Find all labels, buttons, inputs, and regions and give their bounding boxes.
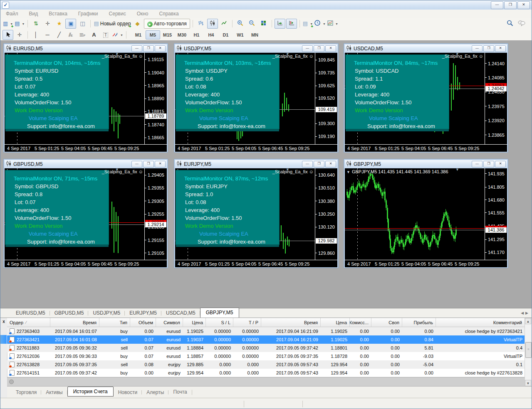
chart-close-button[interactable]: ✕ (325, 161, 336, 168)
timeframe-w1[interactable]: W1 (233, 30, 247, 39)
column-header[interactable]: Объем (130, 318, 156, 327)
equidistant-channel-button[interactable]: ⫽E (65, 30, 76, 40)
terminal-tab[interactable]: Алерты (142, 387, 168, 397)
chart-close-button[interactable]: ✕ (325, 45, 336, 52)
chart-tab-gbpusd[interactable]: GBPUSD,M5 (50, 309, 89, 318)
terminal-panel-button[interactable]: ▣ (65, 19, 76, 29)
bar-chart-button[interactable] (195, 19, 206, 29)
chart-window-titlebar[interactable]: GBPUSD,M5—❐✕ (5, 160, 167, 168)
table-row[interactable]: 2276118832017.09.05 09:36:32sell0.07euru… (7, 344, 525, 352)
timeframe-d1[interactable]: D1 (218, 30, 233, 39)
column-header[interactable]: Тип (99, 318, 130, 327)
column-header[interactable]: T / P (233, 318, 261, 327)
price-scale[interactable]: 1.294051.293551.293051.292551.292051.291… (144, 168, 167, 260)
chart-window-usdcad[interactable]: USDCAD,M5—❐✕TerminalMonitor ON, 84ms, ~1… (344, 44, 508, 152)
chart-plot[interactable]: TerminalMonitor ON, 71ms, ~15msSymbol: G… (5, 168, 144, 259)
chart-close-button[interactable]: ✕ (495, 161, 506, 168)
scroll-up-icon[interactable]: ▲ (525, 318, 531, 324)
chart-minimize-button[interactable]: — (302, 45, 313, 52)
menu-item[interactable]: Сервис (104, 10, 131, 17)
chart-window-usdjpy[interactable]: USDJPY,M5—❐✕TerminalMonitor ON, 103ms, ~… (174, 44, 338, 152)
periods-button[interactable]: ▼ (314, 19, 326, 29)
new-chart-button[interactable]: ▥+▼ (2, 19, 13, 29)
timeframe-m5[interactable]: M5 (146, 30, 160, 39)
chart-window-titlebar[interactable]: EURUSD,M5—❐✕ (5, 44, 167, 53)
market-watch-button[interactable]: ⇅ (30, 19, 41, 29)
timeframe-m15[interactable]: M15 (160, 30, 175, 39)
indicators-button[interactable]: ▤+▼ (302, 19, 313, 29)
chart-minimize-button[interactable]: — (472, 161, 483, 168)
time-axis[interactable]: 4 Sep 20175 Sep 01:255 Sep 04:055 Sep 06… (175, 144, 337, 152)
chart-minimize-button[interactable]: — (472, 45, 483, 52)
chart-window-gbpjpy[interactable]: GBPJPY,M5—❐✕▼GBPJPY,M5 141.435 141.445 1… (344, 159, 508, 268)
chart-window-titlebar[interactable]: EURJPY,M5—❐✕ (175, 160, 337, 168)
crosshair-tool-button[interactable]: ✛ (14, 30, 25, 40)
table-row[interactable]: 2273634212017.09.04 16:01:08sell0.07euru… (7, 335, 525, 344)
scrollbar-thumb[interactable]: ≡ (525, 342, 532, 358)
chart-window-titlebar[interactable]: GBPJPY,M5—❐✕ (345, 160, 507, 168)
chart-minimize-button[interactable]: — (131, 45, 142, 52)
column-header[interactable]: Своп (371, 318, 402, 327)
column-header[interactable]: Время (261, 318, 321, 327)
fibonacci-button[interactable]: ≣F (77, 30, 88, 40)
auto-scroll-button[interactable] (275, 19, 285, 29)
terminal-tab[interactable]: История Счета (67, 387, 114, 397)
timeframe-h1[interactable]: H1 (189, 30, 204, 39)
column-header[interactable]: S / L (206, 318, 233, 327)
data-window-button[interactable]: ✛ (42, 19, 53, 29)
chart-plot[interactable]: ▼GBPJPY,M5 141.435 141.445 141.369 141.3… (345, 168, 485, 259)
chart-tab-eurusd[interactable]: EURUSD,M5 (11, 309, 50, 318)
strategy-tester-button[interactable]: ◫ (77, 19, 88, 29)
chart-restore-button[interactable]: ❐ (483, 45, 494, 52)
chart-close-button[interactable]: ✕ (495, 45, 506, 52)
column-header[interactable]: Комисс... (350, 318, 371, 327)
autotrading-button[interactable]: ▶Авто-торговля (144, 19, 190, 29)
chart-window-gbpusd[interactable]: GBPUSD,M5—❐✕TerminalMonitor ON, 71ms, ~1… (4, 159, 168, 268)
line-chart-button[interactable] (219, 19, 230, 29)
terminal-tab[interactable]: Почта (168, 387, 192, 398)
price-scale[interactable]: 130.640130.510130.380130.250130.120129.8… (315, 168, 337, 260)
column-header[interactable]: Комментарий (436, 318, 525, 327)
cursor-button[interactable] (2, 30, 13, 40)
chart-close-button[interactable]: ✕ (155, 161, 166, 168)
terminal-scrollbar[interactable]: ▲ ≡ ▼ (525, 318, 532, 386)
menu-item[interactable]: Вставка (43, 10, 73, 17)
search-button[interactable] (505, 19, 515, 29)
menu-item[interactable]: Окно (131, 10, 154, 17)
chart-tab-gbpjpy[interactable]: GBPJPY,M5 (200, 308, 239, 318)
chart-tab-usdcad[interactable]: USDCAD,M5 (161, 309, 200, 318)
tab-scroll-left-icon[interactable]: ◀ (521, 311, 524, 315)
table-row[interactable]: 2276141512017.09.05 09:37:42buy0.00eurjp… (7, 369, 525, 377)
timeframe-m1[interactable]: M1 (131, 30, 146, 39)
chart-close-button[interactable]: ✕ (155, 45, 166, 52)
terminal-close-button[interactable]: x (0, 319, 7, 324)
chart-tab-usdjpy[interactable]: USDJPY,M5 (88, 309, 125, 318)
price-scale[interactable]: 1.191151.190401.189651.188901.188151.187… (144, 53, 167, 144)
tab-scroll-right-icon[interactable]: ▶ (525, 311, 528, 315)
column-header[interactable]: Цена (183, 318, 206, 327)
time-axis[interactable]: 4 Sep 20175 Sep 01:255 Sep 04:055 Sep 06… (5, 260, 167, 268)
window-titlebar[interactable]: ✓ — ❐ ✕ (0, 0, 532, 10)
trendline-button[interactable]: ╱ (54, 30, 64, 40)
chart-plot[interactable]: TerminalMonitor ON, 103ms, ~16msSymbol: … (175, 53, 315, 144)
navigator-button[interactable]: ★ (54, 19, 64, 29)
chart-restore-button[interactable]: ❐ (314, 45, 324, 52)
horizontal-line-button[interactable]: ─ (42, 30, 53, 40)
terminal-tab[interactable]: Торговля (11, 387, 41, 397)
terminal-tab[interactable]: Новости (114, 387, 142, 397)
templates-button[interactable]: ▼ (327, 19, 339, 29)
chat-button[interactable] (516, 19, 527, 29)
window-close-button[interactable]: ✕ (517, 1, 530, 9)
chart-restore-button[interactable]: ❐ (143, 45, 154, 52)
price-scale[interactable]: 109.845109.735109.625109.520109.300109.1… (315, 53, 337, 144)
chart-restore-button[interactable]: ❐ (483, 161, 494, 168)
vertical-line-button[interactable]: │ (30, 30, 41, 40)
timeframe-mn[interactable]: MN (247, 30, 262, 39)
text-button[interactable]: A (89, 30, 99, 40)
window-minimize-button[interactable]: — (491, 1, 503, 9)
chart-plot[interactable]: TerminalMonitor ON, 84ms, ~17msSymbol: U… (345, 53, 485, 144)
candlestick-chart-button[interactable] (207, 19, 218, 29)
chart-plot[interactable]: TerminalMonitor ON, 87ms, ~12msSymbol: E… (175, 168, 315, 259)
terminal-tab[interactable]: Активы (41, 387, 67, 397)
time-axis[interactable]: 4 Sep 20175 Sep 01:255 Sep 04:055 Sep 06… (5, 144, 167, 152)
